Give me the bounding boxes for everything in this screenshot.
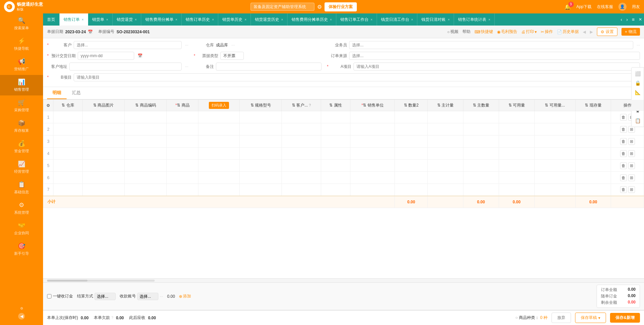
tab-close-1[interactable]: ×	[82, 18, 84, 22]
th-available[interactable]: ⇅ 可用量	[499, 100, 534, 111]
tab-8[interactable]: 销售费用分摊单历史×	[288, 13, 336, 26]
row-delete-btn[interactable]: 🗑	[620, 138, 627, 145]
sidebar-expand[interactable]: ◀	[18, 313, 25, 320]
th-image[interactable]: ⇅ 商品图片	[82, 100, 124, 111]
sidebar-item-3[interactable]: 📊销售管理	[0, 75, 43, 95]
row-delete-btn[interactable]: 🗑	[620, 162, 627, 169]
row-delete-btn[interactable]: 🗑	[620, 174, 627, 181]
auto-collect-checkbox[interactable]	[47, 294, 51, 298]
date-value[interactable]: 2023-03-24	[65, 30, 86, 34]
tab-close-12[interactable]: ×	[488, 18, 490, 22]
delivery-input[interactable]	[78, 52, 134, 60]
tab-0[interactable]: 首页	[43, 13, 60, 26]
tab-prev[interactable]: ‹	[618, 13, 624, 26]
account-select[interactable]: 选择...	[137, 293, 158, 300]
th-code[interactable]: ⇅ 商品编码	[124, 100, 166, 111]
system-select[interactable]: 装备及固定资产辅助管理系统	[251, 3, 314, 11]
th-attr[interactable]: ⇅ 属性	[321, 100, 350, 111]
th-unit[interactable]: *⇅ 销售单位	[350, 100, 395, 111]
detail-tab-0[interactable]: 明细	[47, 87, 67, 99]
tab-close-6[interactable]: ×	[244, 18, 247, 22]
sidebar-item-11[interactable]: 🎯新手引导	[0, 239, 43, 259]
notification-bell[interactable]: 🔔 9	[564, 4, 571, 10]
sidebar-item-10[interactable]: 🤝企业协同	[0, 218, 43, 239]
tab-10[interactable]: 钱货日清工作台×	[377, 13, 418, 26]
order-source-input[interactable]	[349, 52, 640, 60]
th-settings[interactable]: ⚙	[43, 100, 53, 111]
address-input[interactable]	[69, 63, 182, 71]
sidebar-item-5[interactable]: 📦库存核算	[0, 116, 43, 136]
th-spec[interactable]: ⇅ 规格型号	[240, 100, 282, 111]
save-draft-chevron[interactable]: ▾	[598, 316, 600, 320]
add-footer-btn[interactable]: ⊕ 添加	[179, 293, 191, 299]
product-count-icon[interactable]: ○	[515, 315, 518, 320]
history-action[interactable]: 📄 历史单据	[557, 29, 579, 35]
sidebar-item-2[interactable]: 📢营销推广	[0, 54, 43, 75]
warehouse-more[interactable]: ···	[231, 43, 235, 47]
tab-close-all[interactable]: ✕	[637, 13, 644, 26]
tab-menu[interactable]: ≡	[630, 13, 637, 26]
customer-more[interactable]: ···	[185, 43, 188, 47]
tab-close-7[interactable]: ×	[281, 18, 283, 22]
tab-1[interactable]: 销售订单×	[60, 13, 88, 26]
warehouse-value[interactable]: 成品库	[216, 42, 228, 48]
tab-close-8[interactable]: ×	[330, 18, 332, 22]
user-name[interactable]: 用友	[632, 4, 640, 10]
account-more[interactable]: ···	[160, 294, 163, 299]
right-icon-2[interactable]: 🔒	[633, 78, 642, 88]
sidebar-item-9[interactable]: ⚙系统管理	[0, 198, 43, 218]
tab-close-10[interactable]: ×	[411, 18, 413, 22]
sidebar-item-1[interactable]: ⚡快捷导航	[0, 34, 43, 54]
tab-close-11[interactable]: ×	[448, 18, 450, 22]
row-copy-btn[interactable]: ⊞	[628, 150, 635, 157]
sidebar-item-8[interactable]: 📋基础信息	[0, 177, 43, 198]
print-action[interactable]: 🖨 打印 ▾	[521, 29, 537, 35]
address-more[interactable]: ···	[185, 64, 188, 69]
auto-collect-label[interactable]: 一键收订金	[53, 293, 73, 299]
tab-close-3[interactable]: ×	[135, 18, 137, 22]
right-icon-6[interactable]: 📋	[633, 116, 642, 125]
scan-button[interactable]: 扫码录入	[209, 102, 229, 109]
tab-12[interactable]: 销售订单统计表×	[454, 13, 495, 26]
tab-6[interactable]: 销货单历史×	[218, 13, 251, 26]
tab-3[interactable]: 销货退货×	[113, 13, 141, 26]
shortcut-action[interactable]: ⌨ 快捷键	[475, 29, 493, 35]
th-qty2[interactable]: ⇅ 数量2	[395, 100, 427, 111]
th-available2[interactable]: ⇅ 可用量...	[534, 100, 575, 111]
th-main-unit[interactable]: ⇅ 主计量	[427, 100, 463, 111]
b-project-input[interactable]	[74, 73, 640, 81]
a-project-input[interactable]	[353, 63, 640, 71]
calendar-icon[interactable]: 📅	[88, 30, 93, 34]
tab-4[interactable]: 销售费用分摊单×	[141, 13, 182, 26]
sidebar-item-4[interactable]: 🛒采购管理	[0, 95, 43, 116]
tab-5[interactable]: 销售订单历史×	[182, 13, 218, 26]
app-download-link[interactable]: App下载	[576, 4, 592, 10]
row-delete-btn[interactable]: 🗑	[620, 126, 627, 133]
row-delete-btn[interactable]: 🗑	[620, 150, 627, 157]
row-copy-btn[interactable]: ⊞	[628, 186, 635, 193]
invoice-select[interactable]: 不开票	[220, 52, 244, 60]
sidebar-item-7[interactable]: 📈经营管理	[0, 157, 43, 177]
row-copy-btn[interactable]: ⊞	[628, 138, 635, 145]
tab-next[interactable]: ›	[624, 13, 630, 26]
settings-bottom[interactable]: ⚙	[20, 307, 23, 310]
th-product[interactable]: *⇅ 商品	[166, 100, 198, 111]
sidebar-item-0[interactable]: 🔍搜索菜单	[0, 13, 43, 34]
discard-button[interactable]: 放弃	[552, 313, 571, 323]
tab-close-4[interactable]: ×	[176, 18, 178, 22]
save-new-button[interactable]: 保存&新增	[610, 313, 640, 323]
row-delete-btn[interactable]: 🗑	[620, 114, 627, 121]
setting-button[interactable]: ⚙ 设置	[597, 28, 617, 36]
row-delete-btn[interactable]: 🗑	[620, 186, 627, 193]
th-warehouse[interactable]: ⇅ 仓库	[53, 100, 83, 111]
trial-button[interactable]: 体验行业方案	[325, 2, 357, 11]
tab-9[interactable]: 销售订单工作台×	[336, 13, 377, 26]
operation-action[interactable]: ✂ 操作	[541, 29, 553, 35]
next-help[interactable]: ?	[111, 316, 113, 320]
delivery-calendar-icon[interactable]: 📅	[138, 53, 143, 58]
th-main-qty[interactable]: ⇅ 主数量	[463, 100, 499, 111]
tab-2[interactable]: 销货单×	[88, 13, 113, 26]
profit-action[interactable]: ◉ 毛利预告	[497, 29, 517, 35]
right-icon-3[interactable]: 📐	[633, 88, 642, 97]
tab-close-5[interactable]: ×	[212, 18, 214, 22]
